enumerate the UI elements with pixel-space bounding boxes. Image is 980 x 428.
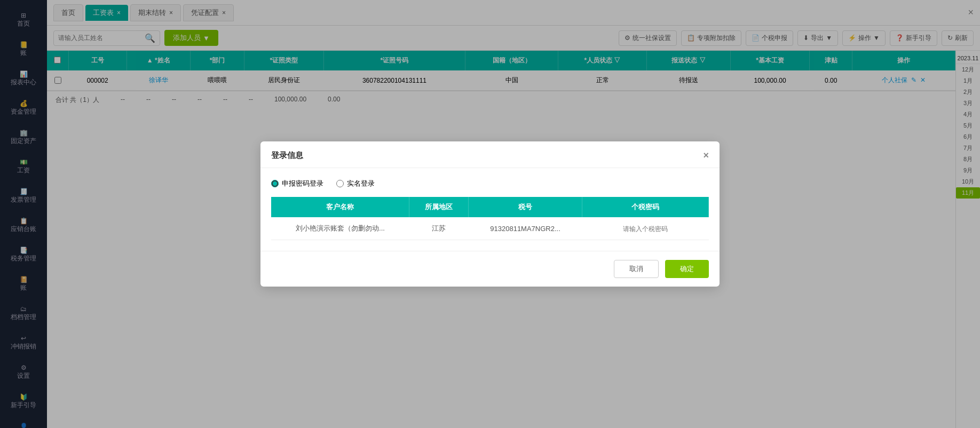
radio-password-label[interactable]: 申报密码登录 — [271, 179, 323, 188]
modal-col-client: 客户名称 — [271, 197, 409, 217]
radio-realname-label[interactable]: 实名登录 — [336, 179, 375, 188]
tax-password-input[interactable] — [591, 225, 700, 233]
radio-realname[interactable] — [336, 180, 344, 187]
client-table: 客户名称 所属地区 税号 个税密码 刘小艳演示账套（勿删勿动... 江苏 913… — [271, 197, 709, 240]
modal-footer: 取消 确定 — [260, 251, 720, 287]
modal-col-region: 所属地区 — [409, 197, 469, 217]
modal-title: 登录信息 — [271, 150, 303, 161]
cancel-button[interactable]: 取消 — [614, 260, 659, 278]
modal-col-password: 个税密码 — [582, 197, 709, 217]
client-region-cell: 江苏 — [409, 217, 469, 240]
client-password-cell[interactable] — [582, 217, 709, 240]
client-taxno-cell: 91320811MA7NGR2... — [469, 217, 582, 240]
modal-close-button[interactable]: × — [703, 150, 709, 161]
modal-header: 登录信息 × — [260, 141, 720, 168]
modal-col-taxno: 税号 — [469, 197, 582, 217]
login-modal: 登录信息 × 申报密码登录 实名登录 客户名称 所属地区 — [260, 141, 720, 287]
modal-overlay: 登录信息 × 申报密码登录 实名登录 客户名称 所属地区 — [0, 0, 980, 428]
radio-password[interactable] — [271, 180, 279, 187]
modal-body: 申报密码登录 实名登录 客户名称 所属地区 税号 个税密码 — [260, 168, 720, 251]
login-mode-group: 申报密码登录 实名登录 — [271, 179, 709, 188]
confirm-button[interactable]: 确定 — [665, 260, 709, 278]
modal-table-row: 刘小艳演示账套（勿删勿动... 江苏 91320811MA7NGR2... — [271, 217, 709, 240]
client-name-cell: 刘小艳演示账套（勿删勿动... — [271, 217, 409, 240]
